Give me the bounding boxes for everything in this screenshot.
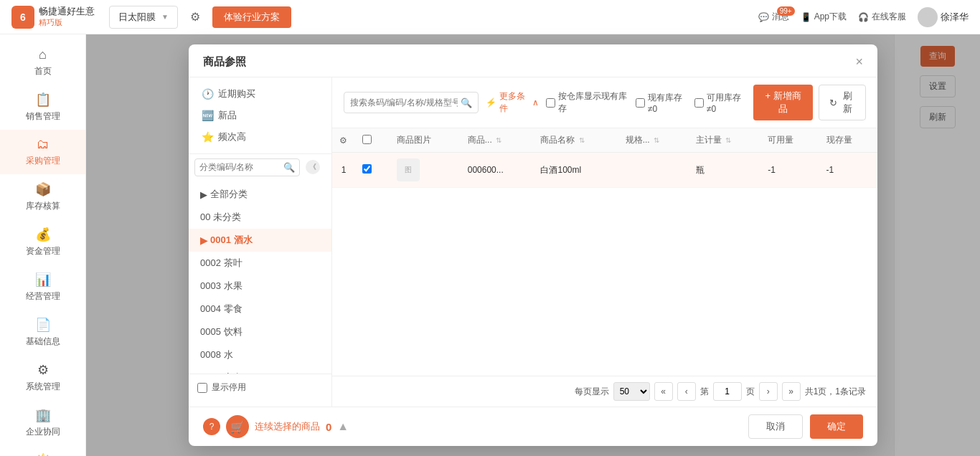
tab-new[interactable]: 🆕 新品 (194, 105, 326, 126)
category-search-input[interactable] (199, 162, 281, 172)
cart-collapse-icon[interactable]: ▲ (337, 420, 349, 433)
page-input[interactable] (713, 382, 742, 401)
col-settings: ⚙ (332, 128, 355, 153)
new-product-button[interactable]: + 新增商品 (753, 85, 813, 120)
filter-icon: ⚡ (486, 98, 496, 108)
sidebar-item-system[interactable]: ⚙ 系统管理 (0, 355, 85, 400)
app-download-item[interactable]: 📱 App下载 (801, 11, 847, 23)
refresh-icon: ↻ (829, 98, 837, 108)
modal-body: 🕐 近期购买 🆕 新品 ⭐ 频次高 (189, 77, 877, 407)
product-search-icon[interactable]: 🔍 (461, 98, 472, 108)
prev-page-button[interactable]: ‹ (677, 382, 696, 401)
help-icon[interactable]: ? (203, 418, 220, 435)
sidebar-label-basic: 基础信息 (26, 336, 60, 348)
category-uncategorized[interactable]: 00 未分类 (189, 206, 331, 229)
notification-badge: 99+ (777, 6, 795, 16)
col-spec[interactable]: 规格... ⇅ (618, 128, 689, 153)
sidebar-item-finance[interactable]: 💰 资金管理 (0, 219, 85, 265)
category-water[interactable]: 0008 水 (189, 343, 331, 366)
category-fruit-label: 0003 水果 (200, 280, 242, 293)
category-all[interactable]: ▶ 全部分类 (189, 183, 331, 206)
logo-sub: 精巧版 (39, 17, 95, 28)
sidebar-label-system: 系统管理 (26, 381, 60, 393)
sidebar-item-sales[interactable]: 📋 销售管理 (0, 85, 85, 130)
modal-header: 商品参照 × (189, 44, 877, 77)
category-appliances[interactable]: 0010 家电 (189, 366, 331, 374)
available-checkbox[interactable] (694, 98, 704, 108)
chevron-down-icon: ▼ (161, 13, 169, 21)
logo: 6 畅捷通好生意 精巧版 (11, 6, 95, 29)
tab-recent-label: 近期购买 (218, 87, 255, 100)
sidebar-item-home[interactable]: ⌂ 首页 (0, 40, 85, 85)
col-stock: 现存量 (819, 128, 877, 153)
product-search-input[interactable] (350, 98, 458, 108)
sidebar-item-guide[interactable]: 🌟 新手引导 (0, 445, 85, 456)
col-name-label: 商品名称 (540, 135, 575, 145)
row-checkbox[interactable] (362, 164, 372, 174)
col-code[interactable]: 商品... ⇅ (461, 128, 534, 153)
notification-item[interactable]: 💬 消息 99+ (758, 11, 789, 23)
tab-frequent-label: 频次高 (218, 130, 246, 143)
cart-icon[interactable]: 🛒 (226, 415, 249, 438)
finance-icon: 💰 (35, 227, 51, 242)
col-image: 商品图片 (390, 128, 461, 153)
filter-check-warehouse: 按仓库显示现有库存 (546, 90, 628, 115)
modal-left-panel: 🕐 近期购买 🆕 新品 ⭐ 频次高 (189, 77, 332, 407)
sidebar-item-operations[interactable]: 📊 经营管理 (0, 265, 85, 310)
category-liquor[interactable]: ▶ 0001 酒水 (189, 229, 331, 252)
category-drinks[interactable]: 0005 饮料 (189, 320, 331, 343)
filter-more-button[interactable]: ⚡ 更多条件 ∧ (486, 90, 539, 115)
row-unit: 瓶 (689, 153, 761, 188)
confirm-button[interactable]: 确定 (810, 414, 863, 439)
cancel-button[interactable]: 取消 (748, 414, 803, 439)
col-spec-label: 规格... (626, 135, 650, 145)
user-info[interactable]: 徐泽华 (918, 7, 969, 27)
category-fruit[interactable]: 0003 水果 (189, 275, 331, 298)
headset-icon: 🎧 (858, 12, 869, 22)
search-icon[interactable]: 🔍 (283, 162, 295, 173)
col-name[interactable]: 商品名称 ⇅ (533, 128, 618, 153)
collapse-button[interactable]: 《 (306, 160, 320, 174)
refresh-label: 刷新 (840, 90, 855, 115)
logo-text: 畅捷通好生意 (39, 6, 95, 18)
category-search: 🔍 (194, 158, 300, 176)
product-thumbnail: 图 (397, 158, 420, 181)
last-page-button[interactable]: » (782, 382, 801, 401)
stock-label: 现有库存≠0 (648, 92, 687, 114)
category-tea[interactable]: 0002 茶叶 (189, 252, 331, 275)
category-snacks[interactable]: 0004 零食 (189, 298, 331, 320)
per-page-select[interactable]: 50 10 20 100 (613, 382, 650, 401)
sidebar-item-stock[interactable]: 📦 库存核算 (0, 174, 85, 219)
tab-recent[interactable]: 🕐 近期购买 (194, 83, 326, 105)
product-table: ⚙ 商品图片 商品... ⇅ (332, 128, 877, 188)
nav-dropdown-label: 日太阳膜 (118, 11, 156, 24)
product-search-bar: 🔍 (344, 92, 479, 113)
show-disabled-checkbox[interactable] (197, 383, 207, 393)
trial-button[interactable]: 体验行业方案 (212, 6, 291, 28)
sidebar-item-basic[interactable]: 📄 基础信息 (0, 310, 85, 355)
product-reference-modal: 商品参照 × 🕐 近期购买 🆕 (189, 44, 877, 446)
sidebar-item-enterprise[interactable]: 🏢 企业协同 (0, 400, 85, 445)
nav-dropdown[interactable]: 日太阳膜 ▼ (109, 6, 178, 29)
basic-icon: 📄 (35, 317, 51, 333)
modal-close-button[interactable]: × (855, 54, 863, 70)
next-page-button[interactable]: › (759, 382, 778, 401)
tab-frequent[interactable]: ⭐ 频次高 (194, 126, 326, 148)
service-item[interactable]: 🎧 在线客服 (858, 11, 906, 23)
col-settings-icon[interactable]: ⚙ (339, 136, 347, 146)
col-unit[interactable]: 主计量 ⇅ (689, 128, 761, 153)
modal-toolbar: 🔍 ⚡ 更多条件 ∧ 按仓库显示现有库存 (332, 77, 877, 128)
table-row[interactable]: 1 图 000600... 白酒100ml (332, 153, 877, 188)
modal-left-footer: 显示停用 (189, 374, 331, 401)
first-page-button[interactable]: « (654, 382, 673, 401)
sidebar-label-operations: 经营管理 (26, 290, 60, 303)
warehouse-checkbox[interactable] (546, 98, 555, 108)
settings-button[interactable]: ⚙ (184, 6, 207, 29)
sidebar-item-purchase[interactable]: 🗂 采购管理 (0, 130, 85, 174)
filter-label: 更多条件 (499, 90, 529, 115)
refresh-button[interactable]: ↻ 刷新 (819, 85, 866, 120)
stock-checkbox[interactable] (636, 98, 645, 108)
select-all-checkbox[interactable] (362, 135, 372, 144)
per-page-label: 每页显示 (575, 386, 609, 398)
category-list: ▶ 全部分类 00 未分类 ▶ 0001 酒水 0002 茶 (189, 180, 331, 374)
